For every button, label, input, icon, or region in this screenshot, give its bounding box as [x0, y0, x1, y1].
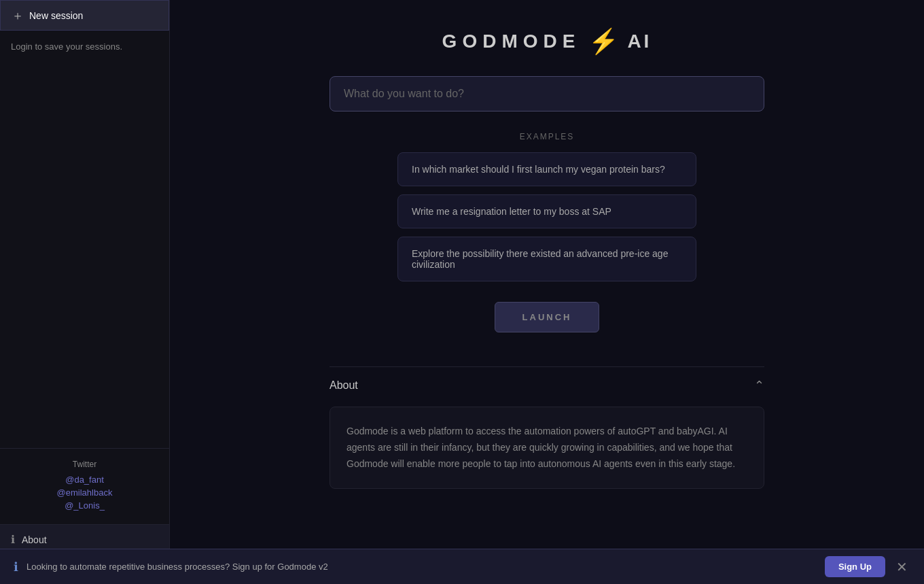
about-header[interactable]: About ⌃	[330, 366, 764, 404]
example-card-0[interactable]: In which market should I first launch my…	[397, 152, 696, 186]
twitter-label: Twitter	[11, 460, 158, 469]
notification-text: Looking to automate repetitive business …	[26, 562, 817, 572]
about-button-label: About	[22, 534, 47, 545]
logo-ai-text: AI	[627, 31, 652, 52]
signup-button[interactable]: Sign Up	[825, 556, 885, 577]
twitter-link-1[interactable]: @emilahlback	[11, 487, 158, 498]
new-session-label: New session	[29, 10, 83, 21]
about-title: About	[330, 379, 358, 392]
notification-close-button[interactable]: ✕	[893, 559, 910, 575]
twitter-section: Twitter @da_fant @emilahlback @_Lonis_	[0, 449, 169, 524]
examples-section: EXAMPLES In which market should I first …	[170, 132, 924, 281]
main-task-input[interactable]	[330, 76, 764, 111]
chevron-up-icon: ⌃	[754, 378, 764, 393]
info-circle-icon: ℹ	[11, 533, 15, 546]
about-section: About ⌃ Godmode is a web platform to acc…	[316, 366, 778, 489]
login-prompt: Login to save your sessions.	[0, 31, 169, 63]
lightning-icon: ⚡	[588, 27, 619, 56]
logo-area: GODMODE ⚡ AI	[170, 0, 924, 76]
twitter-link-2[interactable]: @_Lonis_	[11, 500, 158, 511]
sidebar: ＋ New session Login to save your session…	[0, 0, 170, 584]
logo-godmode-text: GODMODE	[442, 31, 581, 52]
app-layout: ＋ New session Login to save your session…	[0, 0, 924, 584]
notification-bar: ℹ Looking to automate repetitive busines…	[0, 549, 924, 584]
launch-button[interactable]: LAUNCH	[495, 302, 600, 332]
about-text: Godmode is a web platform to access the …	[346, 424, 747, 472]
notification-info-icon: ℹ	[14, 560, 18, 574]
about-content: Godmode is a web platform to access the …	[330, 407, 764, 489]
launch-area: LAUNCH	[170, 302, 924, 332]
twitter-link-0[interactable]: @da_fant	[11, 475, 158, 485]
input-area	[170, 76, 924, 111]
example-card-2[interactable]: Explore the possibility there existed an…	[397, 237, 696, 281]
example-card-1[interactable]: Write me a resignation letter to my boss…	[397, 194, 696, 228]
plus-icon: ＋	[12, 7, 24, 24]
main-content: GODMODE ⚡ AI EXAMPLES In which market sh…	[170, 0, 924, 584]
new-session-button[interactable]: ＋ New session	[0, 0, 169, 31]
examples-label: EXAMPLES	[520, 132, 575, 141]
